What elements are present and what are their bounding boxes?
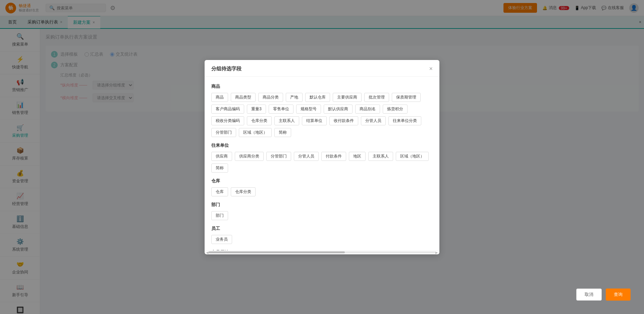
field-main-supplier[interactable]: 主要供应商 <box>333 93 362 102</box>
section-employee: 员工 业务员 <box>211 226 433 244</box>
hscroll-bar <box>209 251 435 253</box>
field-supplier-category[interactable]: 供应商分类 <box>235 152 264 161</box>
field-staff-partners[interactable]: 分管人员 <box>294 152 319 161</box>
field-main-contact[interactable]: 主联系人 <box>274 116 299 125</box>
section-partners-title: 往来单位 <box>211 142 433 148</box>
field-customer-code[interactable]: 客户商品编码 <box>211 105 244 114</box>
section-department: 部门 部门 <box>211 202 433 220</box>
field-short-name-partners[interactable]: 简称 <box>211 164 228 173</box>
modal-overlay: 分组待选字段 × 商品 商品 商品类型 商品分类 产地 默认仓库 主要供应商 批… <box>0 0 644 314</box>
field-product-alias[interactable]: 商品别名 <box>355 105 380 114</box>
field-dept[interactable]: 分管部门 <box>211 128 236 137</box>
modal-footer-buttons: 取消 查询 <box>576 289 631 301</box>
field-product-type[interactable]: 商品类型 <box>231 93 256 102</box>
field-default-supplier[interactable]: 默认供应商 <box>324 105 353 114</box>
section-warehouse: 仓库 仓库 仓库分类 <box>211 178 433 196</box>
cancel-button[interactable]: 取消 <box>576 289 602 301</box>
field-spec-model[interactable]: 规格型号 <box>296 105 321 114</box>
field-origin[interactable]: 产地 <box>286 93 303 102</box>
field-region-product[interactable]: 区域（地区） <box>239 128 272 137</box>
modal: 分组待选字段 × 商品 商品 商品类型 商品分类 产地 默认仓库 主要供应商 批… <box>205 60 439 254</box>
field-product-category[interactable]: 商品分类 <box>258 93 283 102</box>
hscroll-thumb <box>209 251 345 253</box>
modal-title: 分组待选字段 <box>211 66 241 72</box>
field-warehouse[interactable]: 仓库 <box>211 187 228 196</box>
modal-header: 分组待选字段 × <box>205 60 439 77</box>
hscroll-left-arrow[interactable]: ◀ <box>206 251 209 254</box>
field-retail-unit[interactable]: 零售单位 <box>269 105 293 114</box>
modal-close-button[interactable]: × <box>429 65 433 72</box>
section-warehouse-title: 仓库 <box>211 178 433 184</box>
field-supervisor[interactable]: 分管人员 <box>361 116 386 125</box>
field-grid-employee: 业务员 <box>211 235 433 244</box>
field-salesperson[interactable]: 业务员 <box>211 235 232 244</box>
field-area[interactable]: 地区 <box>349 152 366 161</box>
section-employee-title: 员工 <box>211 226 433 232</box>
field-grid-partners: 供应商 供应商分类 分管部门 分管人员 付款条件 地区 主联系人 区域（地区） … <box>211 152 433 173</box>
section-product-title: 商品 <box>211 83 433 89</box>
field-grid-department: 部门 <box>211 211 433 220</box>
modal-body: 商品 商品 商品类型 商品分类 产地 默认仓库 主要供应商 批次管理 保质期管理… <box>205 77 439 250</box>
field-warehouse-category[interactable]: 仓库分类 <box>247 116 272 125</box>
modal-hscroll: ◀ ▶ <box>205 250 439 254</box>
field-main-contact-partners[interactable]: 主联系人 <box>368 152 393 161</box>
section-product: 商品 商品 商品类型 商品分类 产地 默认仓库 主要供应商 批次管理 保质期管理… <box>211 83 433 137</box>
field-tax-code[interactable]: 税收分类编码 <box>211 116 244 125</box>
field-short-name-product[interactable]: 简称 <box>274 128 291 137</box>
field-region-partners[interactable]: 区域（地区） <box>396 152 429 161</box>
field-payment-terms[interactable]: 收付款条件 <box>329 116 358 125</box>
field-batch-mgmt[interactable]: 批次管理 <box>364 93 389 102</box>
field-payment-cond[interactable]: 付款条件 <box>321 152 346 161</box>
field-default-warehouse[interactable]: 默认仓库 <box>305 93 330 102</box>
hscroll-right-arrow[interactable]: ▶ <box>435 251 438 254</box>
section-department-title: 部门 <box>211 202 433 208</box>
field-warehouse-cat[interactable]: 仓库分类 <box>231 187 256 196</box>
field-shelf-life[interactable]: 保质期管理 <box>392 93 421 102</box>
field-department[interactable]: 部门 <box>211 211 228 220</box>
field-supplier[interactable]: 供应商 <box>211 152 232 161</box>
section-partners: 往来单位 供应商 供应商分类 分管部门 分管人员 付款条件 地区 主联系人 区域… <box>211 142 433 173</box>
field-settlement-unit[interactable]: 结算单位 <box>302 116 327 125</box>
field-weight[interactable]: 重量3 <box>247 105 266 114</box>
field-grid-product: 商品 商品类型 商品分类 产地 默认仓库 主要供应商 批次管理 保质期管理 客户… <box>211 93 433 137</box>
confirm-button[interactable]: 查询 <box>606 289 631 301</box>
field-grid-warehouse: 仓库 仓库分类 <box>211 187 433 196</box>
field-dept-partners[interactable]: 分管部门 <box>266 152 291 161</box>
field-refined-points[interactable]: 炼货积分 <box>383 105 408 114</box>
field-product[interactable]: 商品 <box>211 93 228 102</box>
field-partner-category[interactable]: 往来单位分类 <box>388 116 421 125</box>
